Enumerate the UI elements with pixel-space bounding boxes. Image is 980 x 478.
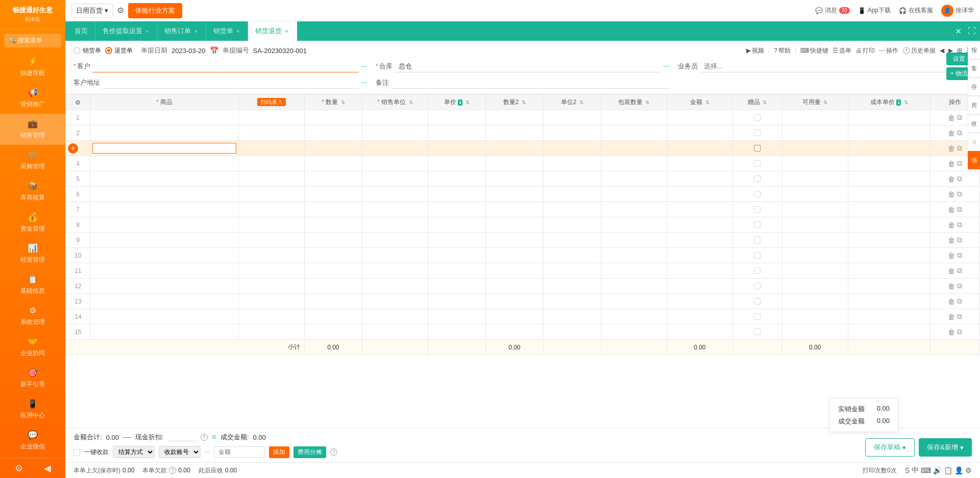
col-sale-unit[interactable]: * 销售单位 ⇅ [362,95,428,110]
gift-checkbox-14[interactable] [754,313,761,320]
gift-checkbox-4[interactable] [754,160,761,167]
unit-cell-1[interactable] [362,110,428,125]
calendar-icon[interactable]: 📅 [210,46,218,55]
account-select[interactable]: 收款账号 [159,446,201,458]
remark-input[interactable] [391,77,670,89]
pack-cell-1[interactable] [601,110,667,125]
calc-method-select[interactable]: 结算方式 [113,446,155,458]
delete-icon-4[interactable]: 🗑 [948,160,955,168]
col-scan[interactable]: 扫码录入 [238,95,304,110]
settings-bottom-icon[interactable]: ⚙ [15,463,23,474]
help-action[interactable]: ? 帮助 [774,46,791,55]
copy-icon-15[interactable]: ⧉ [957,328,962,336]
user-profile[interactable]: 👤 徐泽华 [941,5,974,17]
product-input-3[interactable] [92,143,236,154]
sidebar-item-operations[interactable]: 📊 经营管理 [0,238,65,269]
qty-cell-1[interactable] [304,110,362,125]
gift-checkbox-12[interactable] [754,283,761,289]
col-settings[interactable]: ⚙ [66,95,90,110]
sidebar-item-wechat[interactable]: 💬 企业微信 [0,425,65,456]
discount-input[interactable] [168,433,199,441]
gift-checkbox-7[interactable] [754,206,761,213]
gift-checkbox-11[interactable] [754,267,761,274]
gift-cell-1[interactable] [732,110,782,125]
gift-checkbox-1[interactable] [754,114,761,121]
price-cell-1[interactable] [428,110,485,125]
search-menu-button[interactable]: 🔍 搜索菜单 [4,34,61,47]
tab-sales-return[interactable]: 销货退货 × [248,21,297,41]
save-new-button[interactable]: 保存&新增 ▾ [919,438,972,457]
sidebar-item-purchase[interactable]: 🛒 采购管理 [0,145,65,176]
right-panel-room-btn[interactable]: 房 [968,96,980,114]
cost-cell-2[interactable] [848,125,930,141]
delete-icon-7[interactable]: 🗑 [948,206,955,214]
price-cell-3[interactable] [428,141,485,156]
right-panel-star-btn[interactable]: ☆ [968,133,980,151]
copy-icon-11[interactable]: ⧉ [957,266,962,275]
sidebar-item-inventory[interactable]: 📦 库存核算 [0,176,65,207]
video-action[interactable]: ▶ 视频 [746,46,764,55]
fee-split-button[interactable]: 费用分摊 [293,446,326,458]
tab-home[interactable]: 首页 [67,21,95,41]
copy-icon-3[interactable]: ⧉ [957,144,962,153]
nav-prev-icon[interactable]: ◀ [940,47,944,54]
gift-checkbox-5[interactable] [754,175,761,182]
delete-icon-9[interactable]: 🗑 [948,236,955,244]
copy-icon-14[interactable]: ⧉ [957,312,962,321]
add-payment-button[interactable]: 添加 [269,446,289,458]
address-dots-icon[interactable]: ··· [359,78,368,87]
copy-icon-5[interactable]: ⧉ [957,174,962,183]
customer-dots-icon[interactable]: ··· [359,62,368,71]
account-dots[interactable]: ··· [205,448,210,456]
col-unit-price[interactable]: 单价 ℹ ⇅ [428,95,485,110]
qty-cell-2[interactable] [304,125,362,141]
col-quantity2[interactable]: 数量2 ⇅ [485,95,543,110]
warehouse-input[interactable] [395,60,661,72]
one-click-payment-checkbox[interactable] [74,449,80,456]
unit2-cell-1[interactable] [543,110,601,125]
pack-cell-3[interactable] [601,141,667,156]
qty-cell-3[interactable] [304,141,362,156]
select-action[interactable]: ☰ 选单 [832,46,851,55]
tab-close-price-settings[interactable]: × [144,28,150,34]
delete-icon-3[interactable]: 🗑 [948,144,955,153]
table-scroll[interactable]: ⚙ * 商品 扫码录入 * 数量 ⇅ * 销售单位 ⇅ 单价 ℹ ⇅ 数量2 ⇅… [65,94,980,428]
unit-cell-3[interactable] [362,141,428,156]
gift-checkbox-10[interactable] [754,252,761,259]
tab-close-all-icon[interactable]: ✕ [953,24,964,38]
copy-icon-7[interactable]: ⧉ [957,205,962,214]
sidebar-item-quick-nav[interactable]: ⚡ 快捷导航 [0,52,65,83]
amount-cell-3[interactable] [667,141,732,156]
copy-icon-9[interactable]: ⧉ [957,236,962,244]
address-input[interactable] [102,77,359,89]
col-gift[interactable]: 赠品 ⇅ [732,95,782,110]
right-panel-customer-btn[interactable]: 客 [968,59,980,78]
copy-icon-10[interactable]: ⧉ [957,251,962,260]
delete-icon-13[interactable]: 🗑 [948,297,955,306]
right-panel-collect-btn[interactable]: 收 [968,114,980,133]
col-available[interactable]: 可用量 ⇅ [782,95,848,110]
app-download-button[interactable]: 📱 App下载 [858,6,891,15]
delete-icon-6[interactable]: 🗑 [948,190,955,198]
delete-icon-14[interactable]: 🗑 [948,313,955,321]
message-button[interactable]: 💬 消息 70 [815,6,850,15]
add-row-button[interactable]: + [68,143,78,154]
sidebar-item-sales[interactable]: 💼 销售管理 [0,114,65,145]
gift-checkbox-3[interactable] [754,145,761,152]
experience-button[interactable]: 体验行业方案 [128,3,182,18]
collapse-icon[interactable]: ◀ [44,463,51,474]
delete-icon-8[interactable]: 🗑 [948,221,955,229]
delete-icon-2[interactable]: 🗑 [948,129,955,137]
warehouse-dots-icon[interactable]: ··· [661,62,670,71]
unit-cell-2[interactable] [362,125,428,141]
customer-input[interactable] [92,60,359,72]
qty2-cell-3[interactable] [485,141,543,156]
cost-cell-1[interactable] [848,110,930,125]
copy-icon-8[interactable]: ⧉ [957,220,962,229]
sidebar-item-marketing[interactable]: 📢 营销推广 [0,83,65,114]
operate-action[interactable]: ⋯ 操作 [879,46,898,55]
scan-btn[interactable]: 扫码录入 [257,98,286,106]
avail-cell-2[interactable] [782,125,848,141]
sidebar-item-basic-info[interactable]: 📋 基础信息 [0,269,65,300]
col-unit2[interactable]: 单位2 ⇅ [543,95,601,110]
